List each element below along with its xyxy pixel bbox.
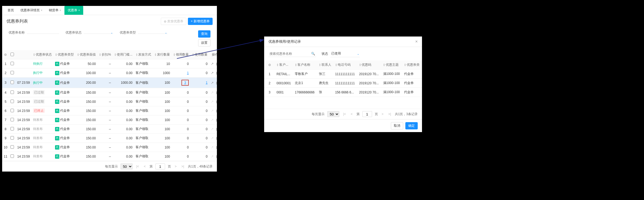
qrcode-icon[interactable]: ▦ <box>216 118 217 122</box>
row-checkbox[interactable] <box>10 154 14 158</box>
close-icon[interactable]: × <box>41 9 42 12</box>
row-face: 150.00 <box>75 152 97 161</box>
table-row[interactable]: 11 14 23:59 待发布 代代金券 150.00 -- 0.00 客户领取… <box>2 152 217 161</box>
page-input[interactable] <box>362 111 372 117</box>
col-coupon-code[interactable]: ▲▼优惠码 <box>357 60 381 70</box>
last-page-button[interactable]: >| <box>387 112 392 116</box>
first-page-button[interactable]: |< <box>342 112 347 116</box>
row-checkbox[interactable] <box>10 71 14 74</box>
row-checkbox[interactable] <box>10 145 14 149</box>
add-coupon-button[interactable]: + 新增优惠券 <box>188 18 213 25</box>
next-page-button[interactable]: > <box>381 112 385 116</box>
per-page-select[interactable]: 50 <box>121 163 133 169</box>
row-checkbox[interactable] <box>10 109 14 112</box>
first-page-button[interactable]: |< <box>135 165 140 168</box>
col-type[interactable]: ▲▼优惠券类型 <box>53 50 75 59</box>
qrcode-icon[interactable]: ▦ <box>216 109 217 113</box>
filter-name-input[interactable] <box>27 31 59 34</box>
qrcode-icon[interactable]: ▦ <box>216 71 217 75</box>
table-row[interactable]: 3 0001 17666666666 张 156 6666 6... 20191… <box>264 88 422 97</box>
filter-actions: 查询 设置 <box>198 30 210 46</box>
col-checkbox-header[interactable] <box>9 50 16 59</box>
filter-status-label: 优惠券状态 <box>66 30 82 35</box>
cancel-button[interactable]: 取消 <box>391 122 403 129</box>
table-row[interactable]: 10 14 23:59 待发布 代代金券 150.00 -- 0.00 客户领取… <box>2 143 217 152</box>
next-page-button[interactable]: > <box>174 165 178 168</box>
received-link[interactable]: 1 <box>187 71 189 75</box>
modal-status-select[interactable]: 已使用 ⌄ <box>330 50 360 57</box>
row-checkbox[interactable] <box>10 81 14 84</box>
prev-page-button[interactable]: < <box>350 112 354 116</box>
col-phone[interactable]: ▲▼电话号码 <box>333 60 357 70</box>
search-button[interactable]: 查询 <box>198 30 210 38</box>
row-checkbox[interactable] <box>10 127 14 130</box>
prev-page-button[interactable]: < <box>143 165 147 168</box>
col-ctype[interactable]: ▲▼优惠券类 <box>402 60 422 70</box>
qrcode-icon[interactable]: ▦ <box>216 62 217 66</box>
settings-button[interactable]: 设置 <box>198 39 210 46</box>
qrcode-icon[interactable]: ▦ <box>216 81 217 85</box>
col-status[interactable]: ▲▼优惠券状态 <box>31 50 53 59</box>
close-icon[interactable]: × <box>415 39 418 44</box>
col-cust-name[interactable]: ▲▼客户名称 <box>293 60 317 70</box>
table-row[interactable]: 6 14 23:59 已终止 代代金券 150.00 -- 0.00 客户领取 … <box>2 106 217 115</box>
row-checkbox[interactable] <box>10 118 14 121</box>
row-checkbox[interactable] <box>10 100 14 103</box>
close-icon[interactable]: × <box>78 9 80 12</box>
table-row[interactable]: 1 待执行 代代金券 50.00 -- 0.00 客户领取 10 0 0 ↗ ▦ <box>2 59 217 68</box>
col-used[interactable]: ▲▼使用数量 <box>190 50 209 59</box>
qrcode-icon[interactable]: ▦ <box>216 136 217 140</box>
qrcode-icon[interactable]: ▦ <box>216 127 217 131</box>
qrcode-icon[interactable]: ▦ <box>216 154 217 158</box>
voucher-icon: 代 <box>55 127 59 131</box>
share-icon[interactable]: ↗ <box>211 81 214 85</box>
table-row[interactable]: 7 14 23:59 待发布 代代金券 150.00 -- 0.00 客户领取 … <box>2 115 217 125</box>
table-row[interactable]: 9 14 23:59 待发布 代代金券 150.00 -- 0.00 客户领取 … <box>2 134 217 143</box>
qrcode-icon[interactable]: ▦ <box>216 90 217 94</box>
select-all-checkbox[interactable] <box>10 53 14 56</box>
distribute-coupon-button[interactable]: ⊕ 发放优惠券 <box>161 18 186 25</box>
qrcode-icon[interactable]: ▦ <box>216 100 217 104</box>
search-icon[interactable]: 🔍 <box>311 52 315 56</box>
col-subject[interactable]: ▲▼优惠主题 <box>381 60 402 70</box>
col-discount[interactable]: ▲▼折扣% <box>97 50 113 59</box>
col-gear[interactable]: ⚙ <box>264 60 275 70</box>
col-cust-code[interactable]: ▲▼客户... <box>275 60 293 70</box>
col-face[interactable]: ▲▼优惠券面值 <box>75 50 97 59</box>
tab-优惠券[interactable]: 优惠券× <box>64 6 83 15</box>
tab-优惠券详情页[interactable]: 优惠券详情页× <box>17 6 46 15</box>
table-row[interactable]: 5 14 23:59 已过期 代代金券 150.00 -- 0.00 客户领取 … <box>2 97 217 106</box>
row-checkbox[interactable] <box>10 62 14 65</box>
row-checkbox[interactable] <box>10 136 14 140</box>
per-page-select[interactable]: 50 <box>327 111 339 117</box>
col-issued[interactable]: ▲▼发行数量 <box>153 50 172 59</box>
col-method[interactable]: ▲▼发放方式 <box>134 50 153 59</box>
col-received[interactable]: ▲▼领用数量 <box>172 50 190 59</box>
tab-首页[interactable]: 首页 <box>4 6 17 15</box>
search-input[interactable] <box>268 51 316 57</box>
received-link[interactable]: 3 <box>184 81 186 85</box>
row-checkbox[interactable] <box>10 90 14 94</box>
col-threshold[interactable]: ▲▼使用门槛... <box>112 50 134 59</box>
confirm-button[interactable]: 确定 <box>405 122 418 129</box>
filter-bar: 优惠券名称 优惠券状态 ⌄ 优惠券类型 ⌄ 查询 设置 <box>2 28 217 50</box>
table-row[interactable]: 2 执行中 代代金券 100.00 -- 0.00 客户领取 1000 1 0 … <box>2 68 217 78</box>
col-gear[interactable]: ⚙ <box>2 50 9 59</box>
table-row[interactable]: 1 RETAIL... 零散客户 张三 11111111111 2019120 … <box>264 70 422 79</box>
filter-status-select[interactable]: ⌄ <box>84 31 113 34</box>
qrcode-icon[interactable]: ▦ <box>216 145 217 149</box>
tab-销货单[interactable]: 销货单× <box>46 6 64 15</box>
close-icon[interactable]: × <box>60 9 61 12</box>
last-page-button[interactable]: >| <box>180 165 185 168</box>
table-row[interactable]: 8 14 23:59 待发布 代代金券 150.00 -- 0.00 客户领取 … <box>2 125 217 134</box>
used-link[interactable]: 1 <box>206 81 208 85</box>
page-input[interactable] <box>155 163 165 169</box>
voucher-icon: 代 <box>55 136 59 140</box>
share-icon[interactable]: ↗ <box>211 62 214 66</box>
table-row[interactable]: 4 14 23:59 已过期 代代金券 150.00 -- 0.00 客户领取 … <box>2 88 217 97</box>
table-row[interactable]: 2 00010001 北京1 唐先生 11111111111 2019120 7… <box>264 79 422 88</box>
filter-type-select[interactable]: ⌄ <box>138 31 168 34</box>
col-contact[interactable]: ▲▼联系人 <box>317 60 334 70</box>
share-icon[interactable]: ↗ <box>211 71 214 75</box>
table-row[interactable]: 3 07 23:59 执行中 代代金券 200.00 -- 1000.00 客户… <box>2 78 217 88</box>
